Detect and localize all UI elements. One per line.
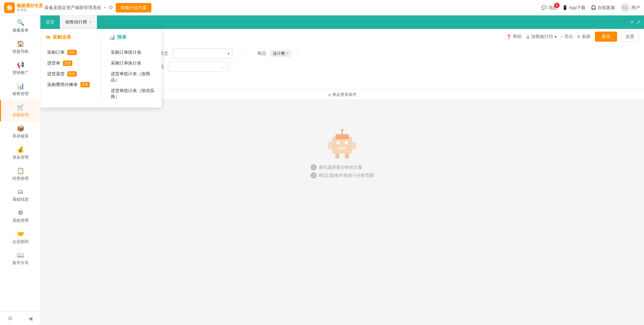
svg-rect-9 [328,142,332,149]
sidebar-label-finance: 资金管理 [12,155,29,160]
sidebar-label-marketing: 营销推广 [12,70,29,76]
goods-more[interactable]: ··· [295,51,298,56]
content-area: 首页 销售排行榜 × × ⤢ ❓ 帮助 🖨 按模板打印 [40,15,644,325]
settings-button[interactable]: 设置 [621,32,639,42]
goods-filter-area: 设计费 × ··· [270,50,298,57]
app-download-button[interactable]: 📱 App下载 [562,5,585,11]
query-button[interactable]: 查询 [595,32,617,42]
sys-title-dropdown-icon[interactable]: ▾ [104,6,106,9]
purchase-section-label: 采购业务 [52,34,71,40]
menu-item-receipt-stat-goods-label: 进货单统计表（按商品） [111,71,155,83]
menu-item-order-exec[interactable]: 采购订单执行表 [109,58,156,69]
sidebar-settings-icon[interactable]: ⚙ [8,315,12,322]
goods-label: 商品 [246,50,266,56]
message-icon: 💬 [541,5,547,10]
sidebar-item-basic-info[interactable]: 🗂 基础信息 [0,185,40,206]
menu-item-receipt-stat-supplier-label: 进货单统计表（按供应商） [111,88,155,100]
sales-icon: 📊 [17,82,24,90]
svg-point-4 [336,141,340,145]
empty-tips: 1 请先选择要分析的方案 2 用[过滤]条件来缩小分析范围 [311,164,373,178]
marketing-icon: 📢 [17,61,24,69]
menu-item-purchase-expense-label: 采购费用分摊单 [47,82,78,88]
menu-item-purchase-return-badge: 历史 [67,71,77,77]
tab-expand-icon[interactable]: ⤢ [636,19,641,26]
online-service-label: 在线客服 [598,5,615,11]
sys-title-area: 装备及固定资产辅助管理系统 ▾ ⚙ 体验行业方案 [44,3,541,12]
tab-home[interactable]: 首页 [40,15,60,29]
sidebar-label-quick-nav: 快捷导航 [12,49,29,54]
help-label: 帮助 [513,34,522,40]
finance-icon: 💰 [17,146,24,153]
menu-item-order-stat[interactable]: 采购订单统计表 [109,47,156,58]
menu-item-purchase-expense-badge: 历史 [80,82,90,87]
sidebar-item-marketing[interactable]: 📢 营销推广 [0,58,40,79]
sidebar-label-search: 搜索菜单 [12,28,29,33]
goods-tag: 设计费 × [270,50,291,57]
menu-item-receipt-stat-supplier[interactable]: 进货单统计表（按供应商） [109,85,156,102]
svg-rect-6 [338,148,346,149]
print-dropdown-icon[interactable]: ▾ [554,34,557,39]
goods-tag-close[interactable]: × [286,51,289,56]
message-button[interactable]: 💬 消息 6 [541,5,557,11]
order-status-dropdown: ▾ [227,51,230,56]
sidebar-item-guide[interactable]: 📖 新手引导 [0,248,40,269]
menu-item-purchase-order[interactable]: 采购订单 历史 [46,47,93,58]
sidebar-label-enterprise: 企业协同 [12,239,29,245]
tab-bar-actions: × ⤢ [627,19,644,26]
export-icon: ↑ [561,34,563,39]
menu-item-purchase-expense[interactable]: 采购费用分摊单 历史 [46,79,93,90]
sidebar-item-purchase[interactable]: 🛒 采购管理 [0,100,40,121]
refresh-label: 刷新 [582,34,591,40]
header-right: 💬 消息 6 📱 App下载 🎧 在线客服 Ea 用户 [541,3,640,12]
online-service-button[interactable]: 🎧 在线客服 [591,5,615,11]
sidebar-item-inventory[interactable]: 📦 库存核算 [0,121,40,143]
sidebar-item-system[interactable]: ⚙ 系统管理 [0,206,40,227]
menu-item-purchase-receipt[interactable]: 进货单 历史 [46,58,93,69]
svg-rect-12 [345,154,349,159]
sidebar-item-sales[interactable]: 📊 销售管理 [0,79,40,100]
tip-num-2: 2 [311,172,317,178]
help-button[interactable]: ❓ 帮助 [506,34,522,40]
tab-close-all-icon[interactable]: × [631,19,634,25]
logo-text: 畅捷通好生意 标准版 [17,3,43,12]
empty-state: 1 请先选择要分析的方案 2 用[过滤]条件来缩小分析范围 [40,100,644,205]
user-menu-button[interactable]: Ea 用户 [620,3,640,12]
sidebar-label-basic-info: 基础信息 [12,197,29,202]
sidebar-item-operations[interactable]: 📋 经营管理 [0,164,40,185]
sidebar-item-enterprise[interactable]: 🤝 企业协同 [0,227,40,248]
salesperson-ellipsis[interactable]: ··· [222,65,225,70]
inventory-icon: 📦 [17,125,24,132]
svg-point-5 [345,141,348,145]
sidebar-item-search[interactable]: 🔍 搜索菜单 [0,15,40,37]
sidebar-label-operations: 经营管理 [12,176,29,181]
basic-info-icon: 🗂 [17,188,24,195]
tab-close-icon[interactable]: × [89,20,92,25]
trial-button[interactable]: 体验行业方案 [116,3,151,12]
svg-rect-2 [332,137,352,154]
user-label: 用户 [631,5,640,11]
menu-item-purchase-return[interactable]: 进货退货 历史 [46,69,93,79]
sidebar-item-quick-nav[interactable]: 🏠 快捷导航 [0,37,40,58]
sidebar-collapse-icon[interactable]: ◀ [28,315,32,322]
print-button[interactable]: 🖨 按模板打印 ▾ [526,34,557,40]
tip-text-1: 请先选择要分析的方案 [319,164,362,170]
tip-num-1: 1 [311,164,317,170]
headset-icon: 🎧 [591,5,596,10]
logo-icon: 畅 [4,2,15,13]
salesperson-input[interactable]: ··· [168,62,228,72]
sidebar-item-finance[interactable]: 💰 资金管理 [0,143,40,164]
reports-section-label: 报表 [117,34,127,40]
menu-item-purchase-return-label: 进货退货 [47,71,65,77]
app-download-label: App下载 [569,5,585,11]
sidebar-label-sales: 销售管理 [12,91,29,97]
reports-section-title: 📊 报表 [109,34,156,43]
order-status-input[interactable]: ▾ [172,48,233,58]
svg-text:畅: 畅 [7,5,12,10]
tip-text-2: 用[过滤]条件来缩小分析范围 [319,172,373,178]
refresh-button[interactable]: ↻ 刷新 [577,34,591,40]
tab-sales-rank[interactable]: 销售排行榜 × [60,15,97,29]
export-button[interactable]: ↑ 导出 [561,34,573,40]
menu-item-receipt-stat-goods[interactable]: 进货单统计表（按商品） [109,69,156,85]
sys-settings-icon[interactable]: ⚙ [108,4,113,11]
order-status-more[interactable]: ··· [238,51,242,56]
